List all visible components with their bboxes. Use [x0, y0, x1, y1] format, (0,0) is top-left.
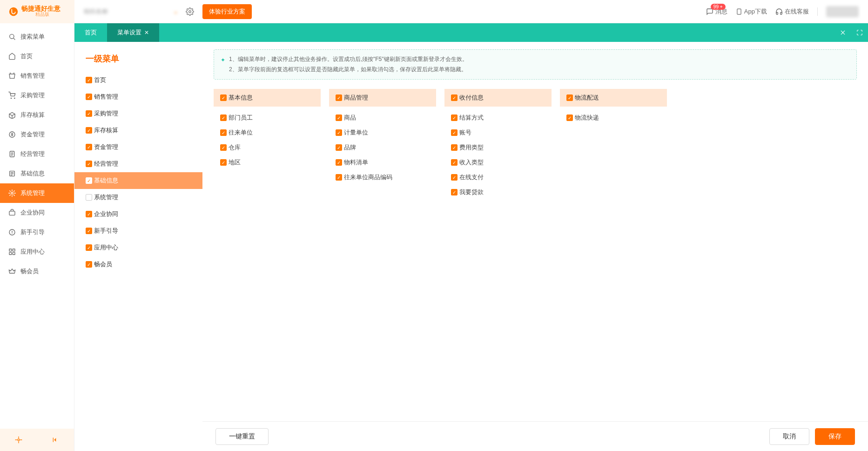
- menu-item[interactable]: ✓结算方式: [451, 110, 545, 125]
- checkbox[interactable]: ✓: [451, 144, 458, 151]
- checkbox[interactable]: ✓: [220, 159, 227, 166]
- svg-rect-22: [9, 252, 12, 255]
- checkbox[interactable]: ✓: [451, 174, 458, 181]
- checkbox[interactable]: ✓: [336, 114, 342, 121]
- level1-item-2[interactable]: ✓采购管理: [74, 105, 202, 122]
- level1-item-9[interactable]: ✓新手引导: [74, 222, 202, 239]
- close-icon[interactable]: ✕: [144, 29, 149, 36]
- checkbox[interactable]: ✓: [86, 194, 92, 201]
- level1-item-4[interactable]: ✓资金管理: [74, 139, 202, 155]
- checkbox[interactable]: ✓: [220, 144, 227, 151]
- checkbox[interactable]: ✓: [86, 77, 92, 83]
- menu-group-header[interactable]: ✓基本信息: [214, 89, 321, 107]
- level1-item-3[interactable]: ✓库存核算: [74, 122, 202, 139]
- sidebar-item-0[interactable]: 搜索菜单: [0, 27, 74, 47]
- menu-item[interactable]: ✓账号: [451, 125, 545, 140]
- messages-link[interactable]: 消息 99 +: [706, 7, 727, 16]
- sidebar-item-4[interactable]: 库存核算: [0, 105, 74, 125]
- sidebar-item-5[interactable]: 资金管理: [0, 125, 74, 144]
- menu-item[interactable]: ✓在线支付: [451, 170, 545, 185]
- sidebar-item-1[interactable]: 首页: [0, 47, 74, 66]
- sidebar-item-12[interactable]: 畅会员: [0, 262, 74, 281]
- menu-group-header[interactable]: ✓商品管理: [329, 89, 436, 107]
- app-download-link[interactable]: App下载: [736, 7, 767, 16]
- menu-item[interactable]: ✓部门员工: [220, 110, 314, 125]
- menu-group-header[interactable]: ✓收付信息: [444, 89, 552, 107]
- level1-item-1[interactable]: ✓销售管理: [74, 88, 202, 105]
- user-avatar[interactable]: [826, 6, 859, 17]
- level1-item-6[interactable]: ✓基础信息: [74, 172, 202, 189]
- checkbox[interactable]: ✓: [86, 228, 92, 234]
- sidebar-collapse-icon[interactable]: [52, 436, 59, 444]
- checkbox[interactable]: ✓: [86, 110, 92, 117]
- detail-panel: ✦ 1、编辑菜单时，建议停止其他业务操作。设置成功后,须按"F5"键刷新页面或重…: [202, 42, 868, 421]
- menu-item[interactable]: ✓我要贷款: [451, 185, 545, 200]
- menu-item-label: 收入类型: [459, 158, 484, 167]
- level1-item-0[interactable]: ✓首页: [74, 72, 202, 88]
- level1-item-label: 新手引导: [94, 227, 118, 235]
- checkbox[interactable]: ✓: [451, 94, 458, 101]
- save-button[interactable]: 保存: [815, 428, 855, 445]
- menu-item[interactable]: ✓品牌: [336, 140, 430, 155]
- tab-0[interactable]: 首页: [74, 23, 107, 42]
- checkbox[interactable]: ✓: [86, 244, 92, 251]
- checkbox[interactable]: ✓: [86, 261, 92, 268]
- checkbox[interactable]: ✓: [86, 211, 92, 217]
- checkbox[interactable]: ✓: [451, 189, 458, 195]
- checkbox[interactable]: ✓: [336, 129, 342, 136]
- checkbox[interactable]: ✓: [86, 161, 92, 167]
- sidebar-settings-icon[interactable]: [15, 436, 22, 444]
- checkbox[interactable]: ✓: [451, 129, 458, 136]
- checkbox[interactable]: ✓: [566, 94, 573, 101]
- checkbox[interactable]: ✓: [86, 94, 92, 100]
- online-service-link[interactable]: 在线客服: [775, 7, 809, 16]
- sidebar-item-8[interactable]: 系统管理: [0, 183, 74, 203]
- level1-item-11[interactable]: ✓畅会员: [74, 256, 202, 273]
- checkbox[interactable]: ✓: [336, 144, 342, 151]
- reset-button[interactable]: 一键重置: [215, 428, 269, 445]
- menu-group-header[interactable]: ✓物流配送: [560, 89, 667, 107]
- checkbox[interactable]: ✓: [336, 174, 342, 181]
- menu-item[interactable]: ✓仓库: [220, 140, 314, 155]
- tab-close-all-icon[interactable]: [834, 23, 851, 42]
- menu-item[interactable]: ✓费用类型: [451, 140, 545, 155]
- menu-item[interactable]: ✓地区: [220, 155, 314, 170]
- tab-1[interactable]: 菜单设置✕: [107, 23, 159, 42]
- tab-fullscreen-icon[interactable]: [851, 23, 868, 42]
- menu-item[interactable]: ✓商品: [336, 110, 430, 125]
- level1-item-7[interactable]: ✓系统管理: [74, 189, 202, 206]
- sidebar-item-2[interactable]: 销售管理: [0, 66, 74, 86]
- sidebar-item-10[interactable]: 新手引导: [0, 222, 74, 242]
- level1-item-10[interactable]: ✓应用中心: [74, 239, 202, 256]
- sidebar-item-9[interactable]: 企业协同: [0, 203, 74, 222]
- sidebar-item-6[interactable]: 经营管理: [0, 144, 74, 164]
- menu-item[interactable]: ✓物流快递: [566, 110, 660, 125]
- menu-item[interactable]: ✓物料清单: [336, 155, 430, 170]
- checkbox[interactable]: ✓: [336, 159, 342, 166]
- org-selector[interactable]: 组织名称 ⌄: [84, 7, 178, 16]
- checkbox[interactable]: ✓: [336, 94, 342, 101]
- sidebar-item-label: 搜索菜单: [20, 33, 45, 41]
- cancel-button[interactable]: 取消: [769, 428, 809, 445]
- experience-button[interactable]: 体验行业方案: [202, 4, 252, 19]
- checkbox[interactable]: ✓: [86, 144, 92, 150]
- menu-item[interactable]: ✓计量单位: [336, 125, 430, 140]
- sidebar-item-7[interactable]: 基础信息: [0, 164, 74, 183]
- menu-item[interactable]: ✓收入类型: [451, 155, 545, 170]
- menu-item[interactable]: ✓往来单位商品编码: [336, 170, 430, 185]
- sidebar-item-11[interactable]: 应用中心: [0, 242, 74, 262]
- checkbox[interactable]: ✓: [220, 94, 227, 101]
- checkbox[interactable]: ✓: [451, 159, 458, 166]
- checkbox[interactable]: ✓: [86, 127, 92, 134]
- sidebar-item-3[interactable]: 采购管理: [0, 86, 74, 105]
- checkbox[interactable]: ✓: [451, 114, 458, 121]
- checkbox[interactable]: ✓: [566, 114, 573, 121]
- checkbox[interactable]: ✓: [220, 114, 227, 121]
- checkbox[interactable]: ✓: [86, 177, 92, 184]
- menu-item[interactable]: ✓往来单位: [220, 125, 314, 140]
- menu-item-label: 账号: [459, 128, 471, 137]
- settings-gear-icon[interactable]: [186, 7, 194, 16]
- level1-item-5[interactable]: ✓经营管理: [74, 155, 202, 172]
- checkbox[interactable]: ✓: [220, 129, 227, 136]
- level1-item-8[interactable]: ✓企业协同: [74, 206, 202, 222]
